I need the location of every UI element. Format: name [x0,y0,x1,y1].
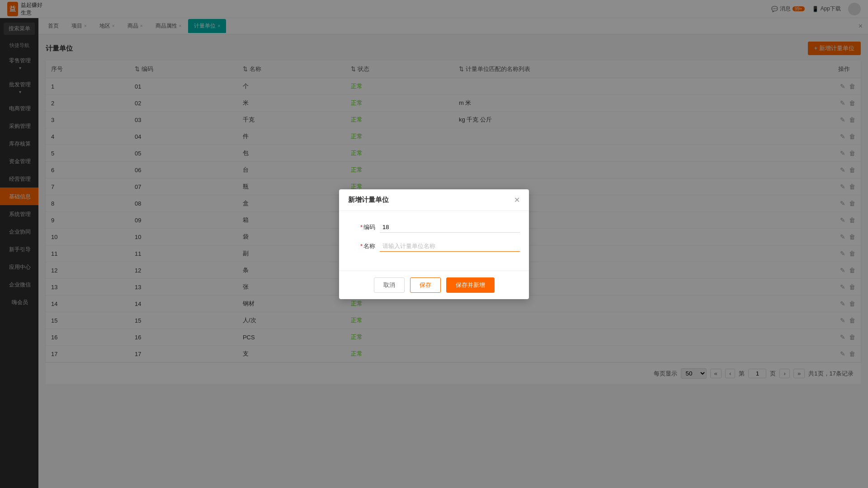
add-unit-modal: 新增计量单位 ✕ *编码 *名称 取消 保存 保存并新增 [339,189,529,299]
code-input[interactable] [380,222,520,233]
name-input[interactable] [380,241,520,252]
save-and-new-button[interactable]: 保存并新增 [446,277,495,293]
modal-overlay[interactable]: 新增计量单位 ✕ *编码 *名称 取消 保存 保存并新增 [0,0,868,488]
modal-close-button[interactable]: ✕ [514,196,520,204]
code-label-text: 编码 [363,224,375,230]
cancel-button[interactable]: 取消 [374,277,405,293]
code-required-mark: * [360,224,363,230]
modal-footer: 取消 保存 保存并新增 [339,271,529,299]
modal-header: 新增计量单位 ✕ [339,189,529,211]
code-label: *编码 [348,223,375,231]
modal-body: *编码 *名称 [339,211,529,271]
form-row-name: *名称 [348,241,520,252]
name-label-text: 名称 [363,243,375,249]
save-button[interactable]: 保存 [410,277,441,293]
name-label: *名称 [348,242,375,250]
form-row-code: *编码 [348,222,520,233]
name-required-mark: * [360,243,363,249]
modal-title: 新增计量单位 [348,196,389,204]
